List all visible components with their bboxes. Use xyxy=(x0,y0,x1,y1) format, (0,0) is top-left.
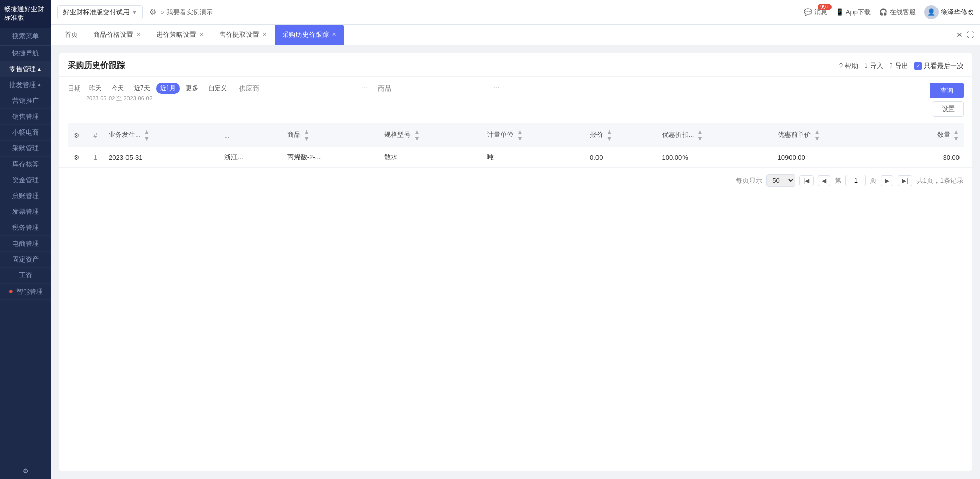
sidebar-item-assets[interactable]: 固定资产 xyxy=(0,252,51,268)
sidebar-item-sales[interactable]: 销售管理 xyxy=(0,109,51,125)
message-btn[interactable]: 💬 消息 99+ xyxy=(804,8,827,17)
sales-label: 销售管理 xyxy=(12,113,39,120)
date-last1month[interactable]: 近1月 xyxy=(156,83,180,94)
date-yesterday[interactable]: 昨天 xyxy=(85,83,105,94)
next-page-btn[interactable]: ▶ xyxy=(881,175,893,186)
product-label: 商品 xyxy=(378,83,391,93)
sidebar-item-inventory[interactable]: 库存核算 xyxy=(0,157,51,172)
date-more[interactable]: 更多 xyxy=(182,83,202,94)
tab-sale-price-close[interactable]: ✕ xyxy=(262,31,267,38)
col-quantity[interactable]: 数量 ▲▼ xyxy=(892,123,964,147)
inventory-label: 库存核算 xyxy=(12,160,39,168)
retail-label: 零售管理 xyxy=(9,64,36,74)
col-more[interactable]: ... xyxy=(220,123,283,147)
sort-quantity-icon: ▲▼ xyxy=(953,128,960,142)
product-dots-btn[interactable]: ··· xyxy=(492,83,502,91)
product-input[interactable] xyxy=(397,84,485,92)
date-pills: 昨天 今天 近7天 近1月 更多 自定义 xyxy=(85,83,231,94)
quick-nav-label: 快捷导航 xyxy=(12,49,39,57)
page-header-actions: ? 帮助 ⤵ 导入 ⤴ 导出 ✓ 只看最后一次 xyxy=(839,61,964,71)
sidebar-item-marketing[interactable]: 营销推广 xyxy=(0,93,51,109)
row-gear[interactable]: ⚙ xyxy=(68,147,86,167)
sidebar-item-finance[interactable]: 资金管理 xyxy=(0,172,51,188)
tab-price[interactable]: 商品价格设置 ✕ xyxy=(86,25,148,45)
row-pre-discount-price: 10900.00 xyxy=(774,147,892,167)
col-spec[interactable]: 规格型号 ▲▼ xyxy=(380,123,483,147)
row-supplier: 浙江... xyxy=(220,147,283,167)
import-btn[interactable]: ⤵ 导入 xyxy=(864,61,883,71)
demo-link[interactable]: ○ 我要看实例演示 xyxy=(160,8,213,17)
total-info: 共1页，1条记录 xyxy=(917,176,964,185)
col-date[interactable]: 业务发生... ▲▼ xyxy=(104,123,220,147)
tab-home[interactable]: 首页 xyxy=(57,25,85,45)
sidebar-item-ledger[interactable]: 总账管理 xyxy=(0,188,51,204)
headset-icon: 🎧 xyxy=(879,8,887,16)
sidebar-item-ecommerce[interactable]: 电商管理 xyxy=(0,236,51,252)
supplier-dots-btn[interactable]: ··· xyxy=(359,83,370,91)
export-label: 导出 xyxy=(895,61,908,71)
last-page-btn[interactable]: ▶| xyxy=(898,175,912,186)
tab-purchase-history-close[interactable]: ✕ xyxy=(332,31,336,38)
date-options: 昨天 今天 近7天 近1月 更多 自定义 2023-05-02 至 2023-0… xyxy=(85,83,231,102)
per-page-select[interactable]: 50 20 100 xyxy=(766,174,795,187)
gear-icon[interactable]: ⚙ xyxy=(149,7,156,17)
first-page-btn[interactable]: |◀ xyxy=(799,175,814,186)
version-selector[interactable]: 好业财标准版交付试用 ▼ xyxy=(57,5,143,19)
assets-label: 固定资产 xyxy=(12,255,39,263)
sidebar-item-invoice[interactable]: 发票管理 xyxy=(0,204,51,220)
tab-purchase-strategy[interactable]: 进价策略设置 ✕ xyxy=(149,25,211,45)
app-download-btn[interactable]: 📱 App下载 xyxy=(836,8,871,17)
sidebar-item-salary[interactable]: 工资 xyxy=(0,268,51,284)
date-filter-group: 日期 昨天 今天 近7天 近1月 更多 自定义 2023-05-02 至 202… xyxy=(68,83,231,102)
salary-label: 工资 xyxy=(19,271,32,279)
user-menu[interactable]: 👤 徐泽华修改 xyxy=(924,5,974,19)
col-unit[interactable]: 计量单位 ▲▼ xyxy=(483,123,586,147)
topbar: 好业财标准版交付试用 ▼ ⚙ ○ 我要看实例演示 💬 消息 99+ 📱 App下… xyxy=(51,0,980,25)
sidebar-item-purchase[interactable]: 采购管理 xyxy=(0,141,51,157)
sidebar-search[interactable]: 搜索菜单 xyxy=(0,28,51,46)
tax-label: 税务管理 xyxy=(12,224,39,231)
sidebar-settings-btn[interactable]: ⚙ xyxy=(0,463,51,479)
expand-tab-btn[interactable]: ⛶ xyxy=(967,31,974,39)
table-row: ⚙ 1 2023-05-31 浙江... 丙烯酸-2-... 散水 吨 0.00… xyxy=(68,147,964,167)
sidebar-item-ecommerce-small[interactable]: 小畅电商 xyxy=(0,125,51,141)
supplier-input[interactable] xyxy=(265,84,353,92)
import-label: 导入 xyxy=(870,61,883,71)
col-product[interactable]: 商品 ▲▼ xyxy=(283,123,380,147)
prev-page-btn[interactable]: ◀ xyxy=(818,175,830,186)
settings-btn[interactable]: 设置 xyxy=(933,101,964,117)
col-pre-discount-price[interactable]: 优惠前单价 ▲▼ xyxy=(774,123,892,147)
date-today[interactable]: 今天 xyxy=(108,83,128,94)
row-product: 丙烯酸-2-... xyxy=(283,147,380,167)
version-selector-text: 好业财标准版交付试用 xyxy=(63,8,130,17)
sidebar-item-smart[interactable]: ● 智能管理 xyxy=(0,284,51,300)
page-input[interactable] xyxy=(845,175,866,186)
date-last7[interactable]: 近7天 xyxy=(130,83,154,94)
tab-price-close[interactable]: ✕ xyxy=(136,31,141,38)
avatar: 👤 xyxy=(924,5,939,19)
col-discount[interactable]: 优惠折扣... ▲▼ xyxy=(658,123,774,147)
online-service-btn[interactable]: 🎧 在线客服 xyxy=(879,8,916,17)
close-tab-btn[interactable]: ✕ xyxy=(956,31,963,39)
col-gear[interactable]: ⚙ xyxy=(68,123,86,147)
row-num: 1 xyxy=(86,147,104,167)
sidebar-item-retail[interactable]: 零售管理 ▲ xyxy=(0,61,51,77)
sidebar-quick-nav[interactable]: 快捷导航 xyxy=(0,46,51,61)
sort-discount-icon: ▲▼ xyxy=(697,128,704,142)
ecommerce-small-label: 小畅电商 xyxy=(12,128,39,136)
help-btn[interactable]: ? 帮助 xyxy=(839,61,858,71)
demo-icon: ○ xyxy=(160,8,164,16)
only-last-checkbox[interactable]: ✓ 只看最后一次 xyxy=(914,61,964,71)
export-btn[interactable]: ⤴ 导出 xyxy=(889,61,908,71)
col-quote[interactable]: 报价 ▲▼ xyxy=(586,123,657,147)
tab-purchase-history[interactable]: 采购历史价跟踪 ✕ xyxy=(275,25,344,45)
sidebar-item-tax[interactable]: 税务管理 xyxy=(0,220,51,236)
query-btn[interactable]: 查询 xyxy=(930,83,964,98)
sidebar-item-wholesale[interactable]: 批发管理 ▲ xyxy=(0,77,51,93)
tab-purchase-strategy-close[interactable]: ✕ xyxy=(199,31,204,38)
page-label: 第 xyxy=(835,176,841,185)
wholesale-arrow: ▲ xyxy=(37,82,42,88)
date-custom[interactable]: 自定义 xyxy=(204,83,231,94)
tab-sale-price[interactable]: 售价提取设置 ✕ xyxy=(212,25,274,45)
message-badge: 99+ xyxy=(818,4,832,10)
